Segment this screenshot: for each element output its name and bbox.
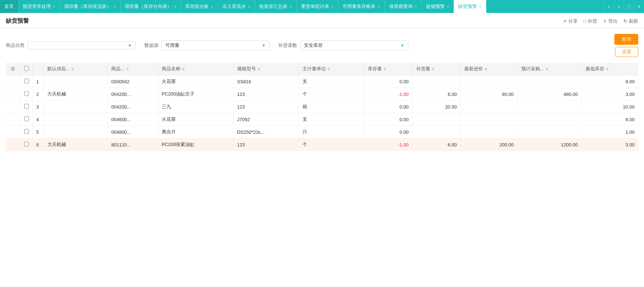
tab-order-stats[interactable]: 要货单统计表 × (297, 0, 338, 13)
row-replenish-qty (412, 113, 461, 126)
row-checkbox[interactable] (24, 142, 29, 146)
replenish-base-value: 安全库存 (304, 42, 323, 49)
replenish-base-label: 补货基数 (278, 42, 297, 49)
refresh-button[interactable]: ↻ 刷新 (623, 18, 638, 25)
tab-batch-account[interactable]: 库存批次账 × (181, 0, 218, 13)
row-unit: 箱 (299, 101, 364, 113)
tab-expiry-query[interactable]: 保质期查询 × (385, 0, 422, 13)
page-header: 缺货预警 ➚ 分享 □ 补货 ⇩ 导出 ↻ 刷新 (0, 13, 644, 28)
table-header-row: ⚙ 默认供应... ⇅ 商品... (6, 63, 638, 75)
refresh-icon: ↻ (623, 18, 627, 24)
col-latest-price[interactable]: 最新进价 ⇅ (461, 63, 518, 75)
column-settings-icon[interactable]: ⚙ (9, 66, 17, 72)
tab-home[interactable]: 首页 (0, 0, 18, 13)
nav-restore-button[interactable]: □ (624, 0, 634, 13)
row-checkbox[interactable] (24, 91, 29, 96)
tab-shortage[interactable]: 缺货预警 × (454, 0, 486, 13)
nav-prev-button[interactable]: ‹ (604, 0, 614, 13)
row-est-purchase (518, 113, 582, 126)
datasource-chevron-icon: ▼ (262, 43, 266, 48)
tab-overstock[interactable]: 超储预警 × (422, 0, 454, 13)
replenish-base-select[interactable]: 安全库存 ▼ (300, 40, 408, 50)
col-stock[interactable]: 库存量 ⇅ (364, 63, 413, 75)
filter-datasource: 数据源 可用量 ▼ (144, 40, 270, 50)
query-button[interactable]: 查询 (614, 34, 638, 45)
col-spec[interactable]: 规格型号 ⇅ (233, 63, 299, 75)
close-tab-available-ledger[interactable]: × (378, 4, 380, 9)
row-product-name: 火花塞 (158, 75, 233, 88)
col-replenish-qty[interactable]: 补货量 ⇅ (412, 63, 461, 75)
table-row: 6 力天机械 801110... PC200张紧油缸 123 个 -1.00 6… (6, 138, 638, 151)
col-min-stock[interactable]: 最低库存 ⇅ (582, 63, 638, 75)
tab-inout-flow[interactable]: 出入库流水 × (218, 0, 255, 13)
filter-area: 商品分类 ▼ 数据源 可用量 ▼ 补货基数 安全库存 ▼ 查询 设置 (0, 28, 644, 60)
close-tab-batch-account[interactable]: × (211, 4, 213, 9)
close-tab-expiry-query[interactable]: × (415, 4, 417, 9)
row-product-code: 004200... (108, 88, 158, 101)
row-checkbox[interactable] (24, 116, 29, 121)
row-checkbox-cell[interactable] (20, 138, 32, 151)
row-supplier (43, 101, 108, 113)
close-tab-overstock[interactable]: × (447, 4, 449, 9)
row-checkbox[interactable] (24, 79, 29, 83)
close-tab-abnormal[interactable]: × (53, 4, 55, 9)
tab-abnormal[interactable]: 拣货异常处理 × (18, 0, 60, 13)
row-unit: 支 (299, 75, 364, 88)
row-checkbox-cell[interactable] (20, 88, 32, 101)
select-all-checkbox[interactable] (24, 66, 29, 71)
row-num-cell: 5 (32, 126, 43, 138)
share-icon: ➚ (563, 18, 567, 24)
category-select[interactable]: ▼ (27, 41, 136, 49)
row-latest-price (461, 113, 518, 126)
share-button[interactable]: ➚ 分享 (563, 18, 578, 25)
export-button[interactable]: ⇩ 导出 (603, 18, 618, 25)
row-min-stock: 1.00 (582, 126, 638, 138)
col-default-supplier[interactable]: 默认供应... ⇅ (43, 63, 108, 75)
nav-next-button[interactable]: › (614, 0, 624, 13)
replenish-button[interactable]: □ 补货 (583, 18, 597, 25)
close-tab-inventory-dist[interactable]: × (174, 4, 176, 9)
col-settings[interactable]: ⚙ (6, 63, 20, 75)
row-checkbox-cell[interactable] (20, 101, 32, 113)
tab-receive-summary[interactable]: 收发存汇总表 × (255, 0, 296, 13)
datasource-select[interactable]: 可用量 ▼ (161, 40, 270, 50)
row-est-purchase: 480.00 (518, 88, 582, 101)
main-content: 缺货预警 ➚ 分享 □ 补货 ⇩ 导出 ↻ 刷新 商品分类 (0, 13, 644, 287)
col-product-name[interactable]: 商品名称 ⇅ (158, 63, 233, 75)
row-checkbox-cell[interactable] (20, 113, 32, 126)
row-settings-cell (6, 113, 20, 126)
row-supplier: 力天机械 (43, 138, 108, 151)
close-tab-inventory-status[interactable]: × (113, 4, 116, 9)
row-num-cell: 3 (32, 101, 43, 113)
nav-close-button[interactable]: × (634, 0, 644, 13)
col-unit[interactable]: 主计量单位 ⇅ (299, 63, 364, 75)
tab-inventory-status[interactable]: 现存量（库存状况表） × (60, 0, 120, 13)
row-spec: J7092 (233, 113, 299, 126)
sort-icon-supplier: ⇅ (71, 67, 74, 71)
col-est-purchase[interactable]: 预计采购... ⇅ (518, 63, 582, 75)
nav-controls: ‹ › □ × (604, 0, 644, 13)
close-tab-order-stats[interactable]: × (331, 4, 334, 9)
tab-available-ledger[interactable]: 可用量库存账本 × (338, 0, 384, 13)
row-checkbox-cell[interactable] (20, 126, 32, 138)
row-num-cell: 1 (32, 75, 43, 88)
filter-replenish-base: 补货基数 安全库存 ▼ (278, 40, 408, 50)
data-table: ⚙ 默认供应... ⇅ 商品... (6, 63, 638, 151)
export-icon: ⇩ (603, 18, 607, 24)
close-tab-inout-flow[interactable]: × (248, 4, 250, 9)
row-replenish-qty: 6.00 (412, 138, 461, 151)
row-num-cell: 2 (32, 88, 43, 101)
settings-button[interactable]: 设置 (615, 47, 638, 57)
row-checkbox-cell[interactable] (20, 75, 32, 88)
top-nav: 首页 拣货异常处理 × 现存量（库存状况表） × 现存量（库存分布表） × 库存… (0, 0, 644, 13)
tab-inventory-dist[interactable]: 现存量（库存分布表） × (121, 0, 181, 13)
row-unit: 个 (299, 138, 364, 151)
close-tab-shortage[interactable]: × (479, 4, 481, 9)
close-tab-receive-summary[interactable]: × (290, 4, 292, 9)
table-row: 1 0000042 火花塞 SS816 支 0.00 8.00 (6, 75, 638, 88)
row-checkbox[interactable] (24, 104, 29, 109)
row-est-purchase (518, 75, 582, 88)
replenish-base-chevron-icon: ▼ (400, 43, 404, 48)
col-product-code[interactable]: 商品... ⇅ (108, 63, 158, 75)
row-checkbox[interactable] (24, 129, 29, 134)
